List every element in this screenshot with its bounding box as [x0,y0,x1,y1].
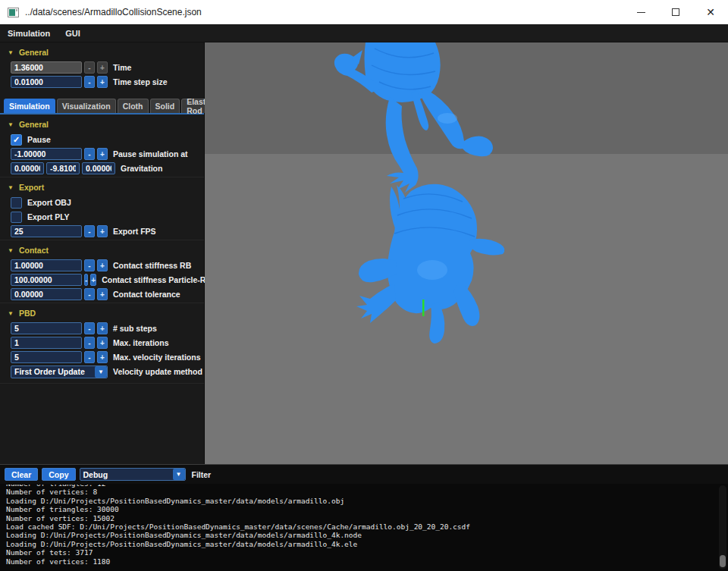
section-header-contact[interactable]: ▼ Contact [0,240,204,257]
tab-visualization[interactable]: Visualization [57,99,116,113]
pause-label: Pause [27,135,51,144]
sub-steps-increment-button[interactable]: + [97,322,108,334]
close-button[interactable]: ✕ [693,0,728,24]
window-title: ../data/scenes/ArmadilloCollisionScene.j… [25,7,202,17]
menu-simulation[interactable]: Simulation [0,29,58,38]
log-line: Number of vertices: 1180 [6,557,717,566]
maximize-icon [672,8,679,16]
export-fps-increment-button[interactable]: + [97,225,108,237]
console-toolbar: Clear Copy Debug ▼ Filter [0,465,728,484]
time-input[interactable] [11,61,82,74]
param-row-export-ply: ✓ Export PLY [11,211,204,223]
check-icon: ✓ [13,136,20,144]
contact-stiffness-particle-rb-input[interactable] [11,274,82,286]
sub-steps-input[interactable] [11,322,82,334]
param-row-stiffness-particle-rb: - + Contact stiffness Particle-RB [11,274,204,286]
pause-at-decrement-button[interactable]: - [84,148,95,160]
velocity-update-method-dropdown[interactable]: First Order Update ▼ [11,366,108,378]
gravitation-label: Gravitation [121,164,162,173]
max-iterations-input[interactable] [11,337,82,349]
collapse-arrow-icon: ▼ [8,247,14,254]
max-iterations-increment-button[interactable]: + [97,337,108,349]
section-pbd: ▼ PBD - + # sub steps - + Max. iteration… [0,303,204,384]
max-iterations-decrement-button[interactable]: - [84,337,95,349]
contact-stiffness-rb-input[interactable] [11,259,82,271]
filter-label: Filter [192,470,212,479]
contact-stiffness-rb-increment-button[interactable]: + [97,259,108,271]
log-line: Loading D:/Uni/Projects/PositionBasedDyn… [6,531,717,539]
tab-simulation[interactable]: Simulation [4,99,55,113]
console-scrollbar-thumb[interactable] [720,555,726,567]
section-title: General [19,48,49,57]
velocity-update-method-value: First Order Update [11,367,95,376]
gravitation-y-input[interactable] [46,162,80,174]
contact-stiffness-rb-decrement-button[interactable]: - [84,259,95,271]
export-obj-checkbox[interactable]: ✓ [11,197,22,209]
tab-solid[interactable]: Solid [150,99,180,113]
param-row-export-obj: ✓ Export OBJ [11,196,204,209]
log-output[interactable]: Number of triangles: 12 Number of vertic… [0,485,717,571]
export-fps-label: Export FPS [113,227,156,236]
contact-tolerance-increment-button[interactable]: + [97,288,108,300]
max-velocity-iterations-label: Max. velocity iterations [113,353,201,362]
export-ply-checkbox[interactable]: ✓ [11,212,22,223]
time-step-increment-button[interactable]: + [97,76,108,88]
pause-at-increment-button[interactable]: + [97,148,108,160]
log-line: Number of vertices: 15002 [6,514,717,522]
gravitation-z-input[interactable] [82,162,115,174]
param-row-pause: ✓ Pause [11,133,204,146]
console-scrollbar[interactable] [719,485,726,569]
log-level-value: Debug [80,470,173,479]
max-iterations-label: Max. iterations [113,338,169,347]
section-header-general[interactable]: ▼ General [0,115,204,131]
export-fps-input[interactable] [11,225,82,237]
contact-stiffness-particle-rb-label: Contact stiffness Particle-RB [102,275,212,284]
minimize-button[interactable] [623,0,658,24]
clear-button[interactable]: Clear [5,468,38,481]
maximize-button[interactable] [658,0,693,24]
copy-button[interactable]: Copy [42,468,75,481]
gravitation-x-input[interactable] [11,162,44,174]
contact-stiffness-particle-rb-increment-button[interactable]: + [90,274,96,286]
time-increment-button[interactable]: + [97,61,108,74]
log-line: Loading D:/Uni/Projects/PositionBasedDyn… [6,497,717,505]
log-line: Number of vertices: 8 [6,488,717,496]
app-icon-bar [16,9,17,11]
log-console: Clear Copy Debug ▼ Filter Number of tria… [0,464,728,571]
section-header-general-top[interactable]: ▼ General [0,42,204,59]
export-fps-decrement-button[interactable]: - [84,225,95,237]
section-header-pbd[interactable]: ▼ PBD [0,303,204,320]
sub-steps-decrement-button[interactable]: - [84,322,95,334]
max-velocity-iterations-input[interactable] [11,351,82,363]
tabbar: Simulation Visualization Cloth Solid Ela… [0,99,204,115]
contact-stiffness-particle-rb-decrement-button[interactable]: - [84,274,88,286]
section-title: Contact [19,246,49,255]
max-velocity-iterations-increment-button[interactable]: + [97,351,108,363]
contact-tolerance-decrement-button[interactable]: - [84,288,95,300]
param-row-time: - + Time [11,61,204,74]
log-line: Load cached SDF: D:/Uni/Projects/Positio… [6,522,717,531]
log-line: Number of triangles: 30000 [6,505,717,513]
pause-checkbox[interactable]: ✓ [11,134,22,146]
app-icon [8,8,19,17]
param-row-velocity-method: First Order Update ▼ Velocity update met… [11,366,204,378]
param-row-max-velocity-iterations: - + Max. velocity iterations [11,351,204,363]
time-decrement-button[interactable]: - [84,61,95,74]
time-step-input[interactable] [11,76,82,88]
max-velocity-iterations-decrement-button[interactable]: - [84,351,95,363]
scene-render [205,42,728,464]
close-icon: ✕ [706,6,715,18]
contact-tolerance-input[interactable] [11,288,82,300]
section-title: General [19,120,49,129]
log-line: Loading D:/Uni/Projects/PositionBasedDyn… [6,540,717,548]
main-area: ▼ General - + Time - + Time step size Si [0,42,728,464]
time-step-decrement-button[interactable]: - [84,76,95,88]
pause-at-input[interactable] [11,148,82,160]
velocity-update-method-label: Velocity update method [113,367,202,376]
log-level-dropdown[interactable]: Debug ▼ [80,468,186,481]
param-row-sub-steps: - + # sub steps [11,322,204,334]
section-header-export[interactable]: ▼ Export [0,177,204,194]
viewport-3d[interactable] [205,42,728,464]
tab-cloth[interactable]: Cloth [118,99,149,113]
menu-gui[interactable]: GUI [58,29,88,38]
